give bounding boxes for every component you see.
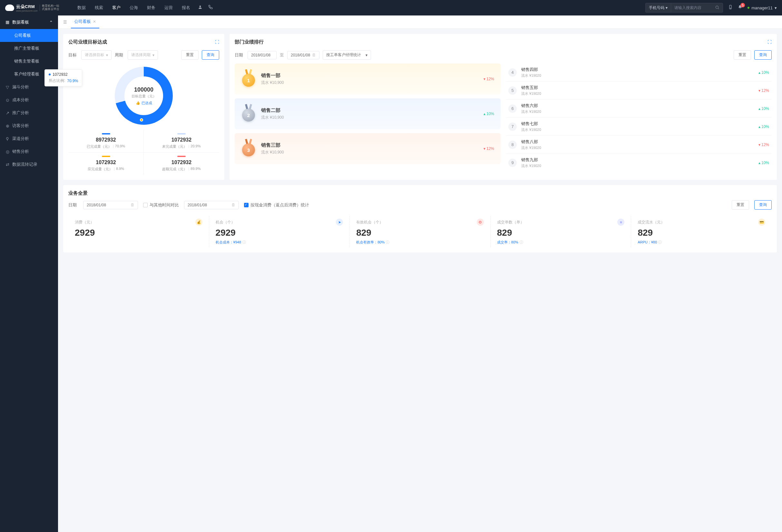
- reset-button[interactable]: 重置: [181, 50, 199, 60]
- rank-row[interactable]: 8 销售八部 流水 ¥19020 ▾ 12%: [506, 136, 772, 154]
- top-nav: 数据线索客户公海财务运营报名: [77, 5, 190, 11]
- rank-card[interactable]: 2 销售二部 流水 ¥10,900 ▴ 10%: [235, 98, 501, 129]
- rank-row[interactable]: 5 销售五部 流水 ¥19020 ▾ 12%: [506, 81, 772, 100]
- query-button[interactable]: 查询: [754, 200, 772, 210]
- expand-icon[interactable]: ⛶: [768, 40, 772, 44]
- trend-indicator: ▾ 12%: [484, 146, 494, 151]
- query-button[interactable]: 查询: [754, 50, 772, 60]
- search-input[interactable]: 请输入搜索内容: [671, 3, 723, 12]
- reset-button[interactable]: 重置: [732, 200, 749, 210]
- topnav-item[interactable]: 数据: [77, 5, 86, 11]
- compare-checkbox[interactable]: 与其他时间对比: [143, 202, 179, 208]
- metric-cell: 1072932 未完成量（元）|20.9%: [144, 130, 219, 152]
- logo-url: www.yunduocrm.com: [16, 10, 38, 12]
- sidebar-item[interactable]: 销售主管看板: [0, 55, 58, 68]
- sidebar-item[interactable]: ⚲渠道分析: [0, 132, 58, 145]
- date-from-input[interactable]: 2018/01/08: [248, 51, 277, 59]
- rank-card[interactable]: 3 销售三部 流水 ¥10,900 ▾ 12%: [235, 133, 501, 164]
- topnav-item[interactable]: 公海: [130, 5, 138, 11]
- menu-icon: ▽: [5, 85, 10, 90]
- rank-number: 9: [508, 158, 517, 167]
- cloud-icon: [5, 4, 14, 11]
- medal-icon: 3: [241, 139, 256, 158]
- calendar-icon: 🗓: [131, 203, 134, 207]
- stat-mode-select[interactable]: 按工单客户经理统计 ▾: [323, 50, 371, 60]
- topnav-item[interactable]: 运营: [165, 5, 173, 11]
- shield-icon: ✪: [477, 219, 484, 226]
- overview-date1-input[interactable]: 2018/01/08 🗓: [83, 201, 138, 209]
- trend-indicator: ▴ 10%: [484, 112, 494, 116]
- rank-panel: 部门业绩排行 ⛶ 日期 2018/01/08 至 2018/01/08 🗓: [229, 34, 777, 180]
- sidebar-item[interactable]: ↗推广分析: [0, 106, 58, 119]
- checkbox-checked-icon: [244, 203, 249, 207]
- query-button[interactable]: 查询: [202, 50, 219, 60]
- user-icon[interactable]: [198, 5, 203, 11]
- expand-icon[interactable]: ⛶: [215, 40, 219, 44]
- close-icon[interactable]: ✕: [93, 19, 96, 24]
- sidebar-item[interactable]: ⇄数据流转记录: [0, 158, 58, 171]
- sidebar-group-header[interactable]: ▦数据看板 ⌃: [0, 15, 58, 29]
- calendar-icon: 🗓: [232, 203, 235, 207]
- bar-icon: [177, 156, 186, 157]
- panel-title: 部门业绩排行: [235, 39, 264, 45]
- bell-icon[interactable]: 5: [738, 5, 742, 11]
- overview-date2-input[interactable]: 2018/01/08 🗓: [184, 201, 239, 209]
- chevron-up-icon: ⌃: [49, 20, 53, 25]
- cash-checkbox[interactable]: 按现金消费（返点后消费）统计: [244, 202, 309, 208]
- rank-row[interactable]: 6 销售六部 流水 ¥19020 ▴ 10%: [506, 100, 772, 118]
- rank-row[interactable]: 4 销售四部 流水 ¥19020 ▴ 10%: [506, 64, 772, 81]
- period-select[interactable]: 请选择周期 ▾: [128, 50, 158, 60]
- topnav-item[interactable]: 客户: [112, 5, 120, 11]
- help-icon[interactable]: ⓘ: [520, 240, 523, 245]
- rank-row[interactable]: 7 销售七部 流水 ¥19020 ▴ 10%: [506, 118, 772, 136]
- goal-panel: 公司业绩目标达成 ⛶ 目标 请选择目标 ▾ 周期 请选择周期 ▾: [63, 34, 224, 180]
- rank-card[interactable]: 1 销售一部 流水 ¥10,900 ▾ 12%: [235, 64, 501, 95]
- trend-indicator: ▴ 10%: [758, 70, 769, 75]
- sidebar-item[interactable]: ⊕访客分析: [0, 119, 58, 132]
- user-menu[interactable]: manager11 ▾: [747, 5, 777, 10]
- sidebar-item[interactable]: ◎销售分析: [0, 145, 58, 158]
- medal-icon: 1: [241, 69, 256, 89]
- rank-number: 4: [508, 68, 517, 77]
- rank-row[interactable]: 9 销售九部 流水 ¥19020 ▴ 10%: [506, 154, 772, 172]
- sidebar-item[interactable]: ⊙成本分析: [0, 94, 58, 106]
- target-select[interactable]: 请选择目标 ▾: [81, 50, 111, 60]
- tab-company-board[interactable]: 公司看板 ✕: [71, 15, 99, 28]
- sidebar-item[interactable]: 公司看板: [0, 29, 58, 42]
- bar-icon: [177, 133, 186, 135]
- logo[interactable]: 云朵CRM www.yunduocrm.com 教育机构一站 式服务云平台: [5, 4, 65, 12]
- search-type-select[interactable]: 手机号码 ▾: [646, 3, 671, 12]
- metric-cell: 1072932 超额完成（元）|89.9%: [144, 152, 219, 175]
- rank-number: 8: [508, 141, 517, 149]
- phone-icon[interactable]: [208, 5, 213, 11]
- help-icon[interactable]: ⓘ: [658, 240, 662, 245]
- rank-number: 6: [508, 104, 517, 113]
- menu-icon: ⊕: [5, 123, 10, 128]
- svg-point-0: [199, 5, 201, 7]
- date-to-input[interactable]: 2018/01/08 🗓: [287, 51, 319, 59]
- topnav-item[interactable]: 财务: [147, 5, 155, 11]
- topnav-item[interactable]: 线索: [95, 5, 103, 11]
- chevron-down-icon: ▾: [666, 5, 668, 10]
- trend-indicator: ▴ 10%: [758, 125, 769, 129]
- help-icon[interactable]: ⓘ: [242, 240, 246, 245]
- metric-cell: 8972932 已完成量（元）|70.9%: [68, 130, 144, 152]
- stat-card: 消费（元） 💰 2929: [68, 216, 209, 247]
- metric-cell: 1072932 应完成量（元）|8.9%: [68, 152, 144, 175]
- topnav-item[interactable]: 报名: [182, 5, 190, 11]
- bag-icon: 💰: [196, 219, 203, 226]
- trend-indicator: ▴ 10%: [758, 106, 769, 111]
- menu-icon: ⊙: [5, 98, 10, 103]
- send-icon: ➤: [336, 219, 343, 226]
- top-header: 云朵CRM www.yunduocrm.com 教育机构一站 式服务云平台 数据…: [0, 0, 782, 15]
- rank-number: 7: [508, 122, 517, 131]
- medal-icon: 2: [241, 104, 256, 123]
- reset-button[interactable]: 重置: [734, 50, 751, 60]
- mobile-icon[interactable]: [728, 5, 733, 11]
- grid-icon: ▦: [5, 20, 10, 25]
- panel-title: 公司业绩目标达成: [68, 39, 107, 45]
- chevron-down-icon: ▾: [106, 53, 108, 58]
- help-icon[interactable]: ⓘ: [386, 240, 389, 245]
- sidebar-item[interactable]: 推广主管看板: [0, 42, 58, 55]
- collapse-icon[interactable]: ☰: [63, 20, 67, 25]
